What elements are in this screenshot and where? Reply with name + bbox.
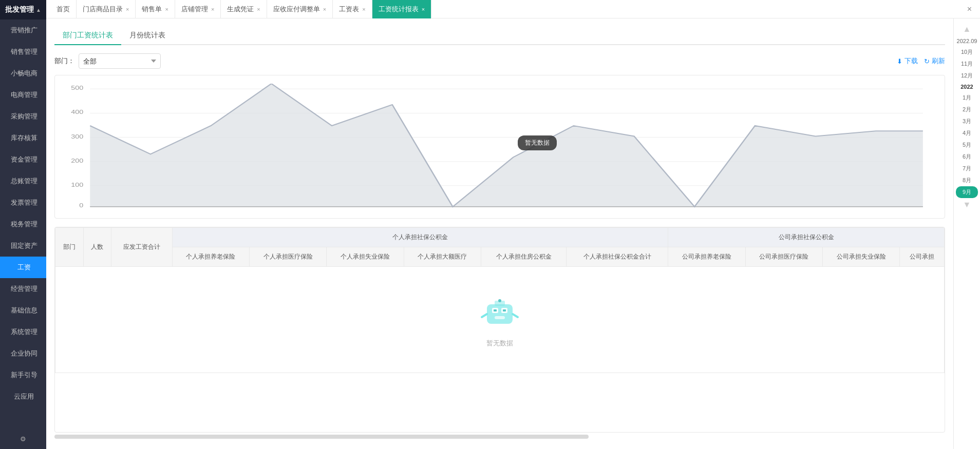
timeline-month-0[interactable]: 2022.09 — [954, 36, 980, 46]
th-p-major-medical: 个人承担大额医疗 — [404, 247, 481, 267]
refresh-icon: ↻ — [924, 57, 930, 65]
tab-3[interactable]: 店铺管理× — [175, 0, 221, 18]
refresh-label: 刷新 — [932, 56, 945, 66]
sidebar-item-11[interactable]: 工资 — [0, 257, 46, 278]
tab-close-3[interactable]: × — [211, 6, 214, 12]
th-p-unemploy: 个人承担失业保险 — [327, 247, 404, 267]
sidebar-item-2[interactable]: 小畅电商 — [0, 63, 46, 84]
tabs-container: 首页门店商品目录×销售单×店铺管理×生成凭证×应收应付调整单×工资表×工资统计报… — [50, 0, 963, 18]
sidebar-item-15[interactable]: 企业协同 — [0, 343, 46, 364]
sidebar-item-6[interactable]: 资金管理 — [0, 149, 46, 170]
tab-close-6[interactable]: × — [362, 6, 365, 12]
empty-state-cell: 暂无数据 — [55, 267, 945, 373]
tab-4[interactable]: 生成凭证× — [221, 0, 267, 18]
sidebar-item-10[interactable]: 固定资产 — [0, 235, 46, 257]
toolbar-right: ⬇ 下载 ↻ 刷新 — [897, 56, 945, 66]
table-wrapper: 部门 人数 应发工资合计 个人承担社保公积金 公司承担社保公积金 个人承担养老保… — [54, 227, 945, 433]
sidebar-item-13[interactable]: 基础信息 — [0, 300, 46, 321]
th-c-medical: 公司承担医疗保险 — [745, 247, 822, 267]
sidebar-item-16[interactable]: 新手引导 — [0, 364, 46, 386]
sidebar-collapse-icon: ▲ — [36, 7, 41, 13]
tab-close-1[interactable]: × — [126, 6, 129, 12]
data-table: 部门 人数 应发工资合计 个人承担社保公积金 公司承担社保公积金 个人承担养老保… — [55, 227, 945, 373]
sidebar-item-3[interactable]: 电商管理 — [0, 84, 46, 106]
chart-svg: 500 400 300 200 100 0 — [63, 84, 936, 210]
timeline-month-6[interactable]: 2月 — [954, 104, 980, 115]
sidebar-title-text: 批发管理 — [5, 5, 34, 14]
th-dept: 部门 — [55, 228, 84, 267]
svg-text:100: 100 — [71, 181, 83, 188]
toolbar-left: 部门： 全部 — [54, 53, 161, 69]
svg-point-22 — [498, 299, 501, 302]
refresh-button[interactable]: ↻ 刷新 — [924, 56, 945, 66]
tab-label-7: 工资统计报表 — [379, 5, 419, 14]
main-area: 首页门店商品目录×销售单×店铺管理×生成凭证×应收应付调整单×工资表×工资统计报… — [46, 0, 980, 449]
th-p-medical: 个人承担医疗保险 — [249, 247, 326, 267]
tab-close-4[interactable]: × — [257, 6, 260, 12]
sidebar: 批发管理 ▲ 营销推广销售管理小畅电商电商管理采购管理库存核算资金管理总账管理发… — [0, 0, 46, 449]
bottom-scrollbar[interactable] — [54, 435, 589, 439]
timeline-month-13[interactable]: 9月 — [956, 186, 978, 198]
tab-2[interactable]: 销售单× — [136, 0, 175, 18]
timeline-month-12[interactable]: 8月 — [954, 174, 980, 186]
sidebar-item-5[interactable]: 库存核算 — [0, 127, 46, 149]
sidebar-item-4[interactable]: 采购管理 — [0, 106, 46, 127]
timeline-up-arrow[interactable]: ▲ — [963, 23, 971, 36]
svg-rect-18 — [495, 316, 505, 319]
sub-tab-0[interactable]: 部门工资统计表 — [54, 27, 121, 45]
svg-rect-16 — [494, 309, 497, 311]
timeline-month-2[interactable]: 11月 — [954, 58, 980, 70]
table-header-row-2: 个人承担养老保险 个人承担医疗保险 个人承担失业保险 个人承担大额医疗 个人承担… — [55, 247, 945, 267]
timeline-month-4[interactable]: 2022 — [954, 82, 980, 92]
tab-close-5[interactable]: × — [323, 6, 326, 12]
sidebar-item-12[interactable]: 经营管理 — [0, 278, 46, 300]
tab-label-6: 工资表 — [339, 5, 359, 14]
timeline-month-10[interactable]: 6月 — [954, 151, 980, 163]
sidebar-item-0[interactable]: 营销推广 — [0, 19, 46, 41]
tab-close-2[interactable]: × — [165, 6, 168, 12]
dept-select[interactable]: 全部 — [79, 53, 161, 69]
th-p-housing: 个人承担住房公积金 — [481, 247, 566, 267]
tab-5[interactable]: 应收应付调整单× — [267, 0, 333, 18]
settings-button[interactable]: ⚙ — [0, 429, 46, 449]
timeline-month-7[interactable]: 3月 — [954, 115, 980, 127]
close-icon: × — [967, 5, 972, 14]
download-button[interactable]: ⬇ 下载 — [897, 56, 918, 66]
th-p-total: 个人承担社保公积金合计 — [567, 247, 668, 267]
close-all-tabs[interactable]: × — [963, 5, 976, 14]
tab-close-7[interactable]: × — [422, 6, 425, 12]
tab-0[interactable]: 首页 — [50, 0, 77, 18]
sidebar-title[interactable]: 批发管理 ▲ — [0, 0, 46, 19]
content-area: 部门工资统计表月份统计表 部门： 全部 ⬇ 下载 ↻ 刷新 — [46, 18, 980, 449]
tab-label-3: 店铺管理 — [181, 5, 208, 14]
timeline-month-8[interactable]: 4月 — [954, 127, 980, 139]
tab-label-0: 首页 — [56, 5, 70, 14]
sidebar-item-7[interactable]: 总账管理 — [0, 170, 46, 192]
sidebar-item-9[interactable]: 税务管理 — [0, 213, 46, 235]
svg-text:200: 200 — [71, 157, 83, 164]
sidebar-item-1[interactable]: 销售管理 — [0, 41, 46, 63]
th-company-group: 公司承担社保公积金 — [668, 228, 945, 247]
timeline-month-3[interactable]: 12月 — [954, 70, 980, 82]
page-content: 部门工资统计表月份统计表 部门： 全部 ⬇ 下载 ↻ 刷新 — [46, 18, 953, 449]
timeline-down-arrow[interactable]: ▼ — [963, 198, 971, 211]
tab-7[interactable]: 工资统计报表× — [372, 0, 431, 18]
timeline-month-5[interactable]: 1月 — [954, 92, 980, 104]
settings-icon: ⚙ — [20, 435, 26, 443]
download-icon: ⬇ — [897, 57, 902, 65]
sidebar-item-8[interactable]: 发票管理 — [0, 192, 46, 213]
tab-6[interactable]: 工资表× — [333, 0, 372, 18]
sub-tab-1[interactable]: 月份统计表 — [121, 27, 174, 45]
timeline-month-1[interactable]: 10月 — [954, 46, 980, 58]
th-personal-group: 个人承担社保公积金 — [172, 228, 668, 247]
timeline-month-11[interactable]: 7月 — [954, 163, 980, 174]
tabs-bar: 首页门店商品目录×销售单×店铺管理×生成凭证×应收应付调整单×工资表×工资统计报… — [46, 0, 980, 18]
th-count: 人数 — [83, 228, 111, 267]
sidebar-item-17[interactable]: 云应用 — [0, 386, 46, 407]
tab-1[interactable]: 门店商品目录× — [77, 0, 136, 18]
svg-text:400: 400 — [71, 109, 83, 115]
timeline-month-9[interactable]: 5月 — [954, 139, 980, 151]
th-c-more: 公司承担 — [900, 247, 945, 267]
sidebar-item-14[interactable]: 系统管理 — [0, 321, 46, 343]
svg-text:0: 0 — [79, 202, 83, 208]
